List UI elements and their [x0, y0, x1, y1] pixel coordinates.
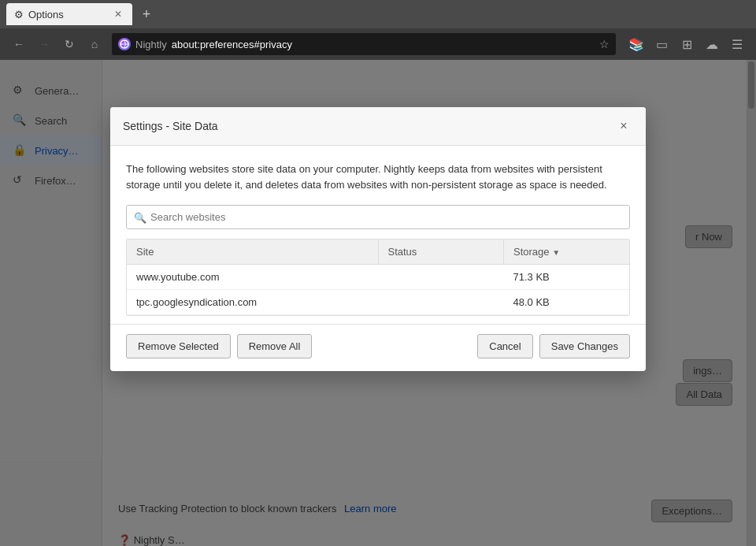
- status-cell: [378, 265, 504, 290]
- footer-left: Remove Selected Remove All: [126, 334, 312, 358]
- brand-label: Nightly: [135, 39, 167, 50]
- table-body: www.youtube.com 71.3 KB tpc.googlesyndic…: [127, 265, 629, 315]
- active-tab[interactable]: ⚙ Options ✕: [6, 3, 132, 25]
- site-data-table-container: Site Status Storage ▼: [126, 239, 630, 316]
- new-tab-button[interactable]: +: [135, 3, 158, 25]
- modal-close-button[interactable]: ×: [614, 117, 633, 136]
- tab-close-button[interactable]: ✕: [112, 8, 124, 20]
- reload-button[interactable]: ↻: [58, 33, 80, 55]
- storage-cell: 48.0 KB: [504, 290, 630, 315]
- menu-icon[interactable]: ☰: [726, 33, 748, 55]
- table-row[interactable]: tpc.googlesyndication.com 48.0 KB: [127, 290, 629, 315]
- table-row[interactable]: www.youtube.com 71.3 KB: [127, 265, 629, 290]
- site-favicon: [118, 38, 131, 50]
- status-cell: [378, 290, 504, 315]
- modal-description: The following websites store site data o…: [126, 162, 630, 192]
- column-header-status: Status: [378, 240, 504, 265]
- modal-title: Settings - Site Data: [123, 120, 218, 132]
- site-cell: tpc.googlesyndication.com: [127, 290, 378, 315]
- toolbar-icons: 📚 ▭ ⊞ ☁ ☰: [625, 33, 748, 55]
- library-icon[interactable]: 📚: [625, 33, 647, 55]
- storage-cell: 71.3 KB: [504, 265, 630, 290]
- page-content: ⚙ Genera… 🔍 Search 🔒 Privacy… ↺ Firefox……: [0, 60, 756, 546]
- tab-bar: ⚙ Options ✕ +: [0, 0, 756, 28]
- tab-icon: ⚙: [14, 9, 24, 20]
- column-header-storage[interactable]: Storage ▼: [504, 240, 630, 265]
- search-wrapper: 🔍: [126, 205, 630, 229]
- modal-footer: Remove Selected Remove All Cancel Save C…: [110, 324, 646, 371]
- sort-arrow-icon: ▼: [552, 248, 560, 257]
- address-bar[interactable]: Nightly about:preferences#privacy ☆: [112, 33, 616, 55]
- footer-right: Cancel Save Changes: [477, 334, 630, 358]
- site-cell: www.youtube.com: [127, 265, 378, 290]
- site-data-table: Site Status Storage ▼: [127, 240, 629, 315]
- site-data-modal: Settings - Site Data × The following web…: [110, 107, 646, 371]
- column-header-site: Site: [127, 240, 378, 265]
- back-button[interactable]: ←: [8, 33, 30, 55]
- search-websites-input[interactable]: [126, 205, 630, 229]
- table-header: Site Status Storage ▼: [127, 240, 629, 265]
- sidebar-icon[interactable]: ▭: [650, 33, 673, 55]
- nav-bar: ← → ↻ ⌂ Nightly about:preferences#privac…: [0, 28, 756, 60]
- cancel-button[interactable]: Cancel: [477, 334, 532, 358]
- save-changes-button[interactable]: Save Changes: [539, 334, 630, 358]
- modal-overlay: Settings - Site Data × The following web…: [0, 60, 756, 546]
- browser-chrome: ⚙ Options ✕ + ← → ↻ ⌂ Nightly about:pref…: [0, 0, 756, 60]
- home-button[interactable]: ⌂: [83, 33, 106, 55]
- switcher-icon[interactable]: ⊞: [676, 33, 698, 55]
- forward-button[interactable]: →: [33, 33, 55, 55]
- remove-all-button[interactable]: Remove All: [237, 334, 313, 358]
- search-icon: 🔍: [134, 211, 146, 223]
- remove-selected-button[interactable]: Remove Selected: [126, 334, 231, 358]
- bookmark-icon[interactable]: ☆: [599, 38, 610, 50]
- modal-header: Settings - Site Data ×: [110, 107, 646, 146]
- address-text: about:preferences#privacy: [172, 39, 595, 50]
- tab-label: Options: [28, 9, 64, 20]
- sync-icon[interactable]: ☁: [701, 33, 723, 55]
- modal-body: The following websites store site data o…: [110, 146, 646, 324]
